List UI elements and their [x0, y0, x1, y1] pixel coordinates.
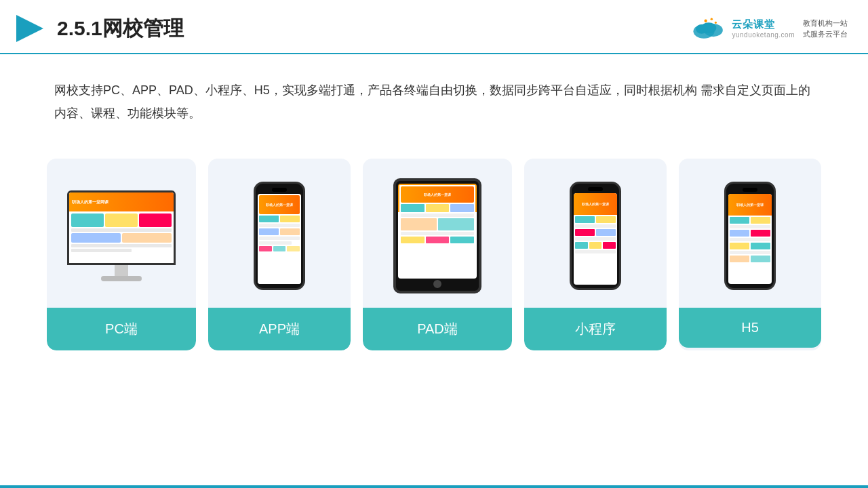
- mini-block7: [603, 242, 616, 249]
- mini-screen-mid: [574, 215, 617, 255]
- pc-mockup: 职场人的第一堂网课: [67, 190, 176, 281]
- h5-screen-top: 职场人的第一堂课: [728, 194, 772, 216]
- mini-block1: [575, 216, 595, 223]
- header-left: 2.5.1网校管理: [14, 12, 184, 45]
- svg-point-5: [705, 20, 707, 22]
- card-app: 职场人的第一堂课: [208, 159, 351, 350]
- tablet-screen: 职场人的第一堂课: [398, 184, 477, 279]
- monitor-screen: 职场人的第一堂网课: [69, 192, 174, 263]
- card-pc-image: 职场人的第一堂网课: [47, 159, 196, 308]
- mini-screen: 职场人的第一堂课: [574, 193, 617, 285]
- h5-row2: [730, 230, 770, 237]
- logo-area: 云朵课堂 yunduoketang.com 教育机构一站 式服务云平台: [691, 15, 848, 42]
- logo-name: 云朵课堂: [732, 18, 775, 31]
- mini-line3: [575, 250, 616, 253]
- card-h5: 职场人的第一堂课: [679, 159, 821, 350]
- svg-marker-0: [16, 15, 43, 42]
- card-mini-label: 小程序: [524, 308, 667, 350]
- h5-screen: 职场人的第一堂课: [728, 194, 772, 284]
- card-pc: 职场人的第一堂网课: [47, 159, 196, 350]
- h5-mockup: 职场人的第一堂课: [724, 182, 776, 290]
- mini-block4: [596, 229, 616, 236]
- page-title: 2.5.1网校管理: [57, 15, 184, 43]
- card-mini: 职场人的第一堂课: [524, 159, 667, 350]
- h5-line2: [730, 238, 770, 241]
- h5-screen-mid: [728, 216, 772, 264]
- mini-row3: [575, 242, 616, 249]
- h5-row3: [730, 243, 770, 249]
- monitor-body: 职场人的第一堂网课: [67, 190, 176, 265]
- tablet-home-btn: [433, 280, 441, 288]
- svg-point-6: [711, 18, 713, 20]
- play-icon: [14, 12, 46, 45]
- cloud-icon: [691, 15, 726, 42]
- card-pad-image: 职场人的第一堂课: [363, 159, 512, 308]
- h5-line3: [730, 251, 770, 254]
- phone-notch: [272, 188, 287, 192]
- mini-block6: [589, 242, 602, 249]
- monitor-stand: [115, 265, 128, 276]
- h5-block4: [751, 230, 770, 237]
- mini-screen-top: 职场人的第一堂课: [574, 193, 617, 215]
- description-text: 网校支持PC、APP、PAD、小程序、H5，实现多端打通，产品各终端自由切换，数…: [0, 54, 868, 138]
- monitor-base: [101, 276, 142, 281]
- h5-notch: [743, 188, 757, 192]
- app-mockup: 职场人的第一堂课: [254, 182, 305, 290]
- mini-line2: [575, 237, 616, 241]
- svg-point-4: [696, 24, 707, 34]
- mini-block5: [575, 242, 588, 249]
- h5-block2: [751, 217, 770, 224]
- card-app-label: APP端: [208, 308, 351, 350]
- card-pad-label: PAD端: [363, 308, 512, 350]
- logo-text-block: 云朵课堂 yunduoketang.com: [732, 18, 795, 39]
- logo-slogan: 教育机构一站 式服务云平台: [803, 18, 848, 40]
- pad-mockup: 职场人的第一堂课: [393, 178, 481, 293]
- h5-block6: [751, 243, 770, 249]
- mini-row2: [575, 229, 616, 236]
- h5-block3: [730, 230, 749, 237]
- mini-block2: [596, 216, 616, 223]
- h5-row1: [730, 217, 770, 224]
- cards-row: 职场人的第一堂网课: [0, 138, 868, 371]
- mini-notch: [588, 187, 603, 191]
- card-app-image: 职场人的第一堂课: [208, 159, 351, 308]
- bottom-border: [0, 485, 868, 488]
- mini-line1: [575, 224, 616, 228]
- page-header: 2.5.1网校管理 云朵课堂 yunduoketang.com 教育机构一站 式…: [0, 0, 868, 54]
- card-h5-label: H5: [679, 308, 821, 348]
- mini-mockup: 职场人的第一堂课: [570, 182, 621, 290]
- desc-content: 网校支持PC、APP、PAD、小程序、H5，实现多端打通，产品各终端自由切换，数…: [54, 83, 810, 120]
- logo-url: yunduoketang.com: [732, 31, 795, 39]
- card-pc-label: PC端: [47, 308, 196, 350]
- svg-point-7: [715, 22, 717, 24]
- h5-line1: [730, 225, 770, 228]
- card-h5-image: 职场人的第一堂课: [679, 159, 821, 308]
- card-mini-image: 职场人的第一堂课: [524, 159, 667, 308]
- phone-screen: 职场人的第一堂课: [258, 194, 301, 284]
- card-pad: 职场人的第一堂课: [363, 159, 512, 350]
- h5-block5: [730, 243, 749, 249]
- mini-row1: [575, 216, 616, 223]
- mini-block3: [575, 229, 595, 236]
- h5-block1: [730, 217, 749, 224]
